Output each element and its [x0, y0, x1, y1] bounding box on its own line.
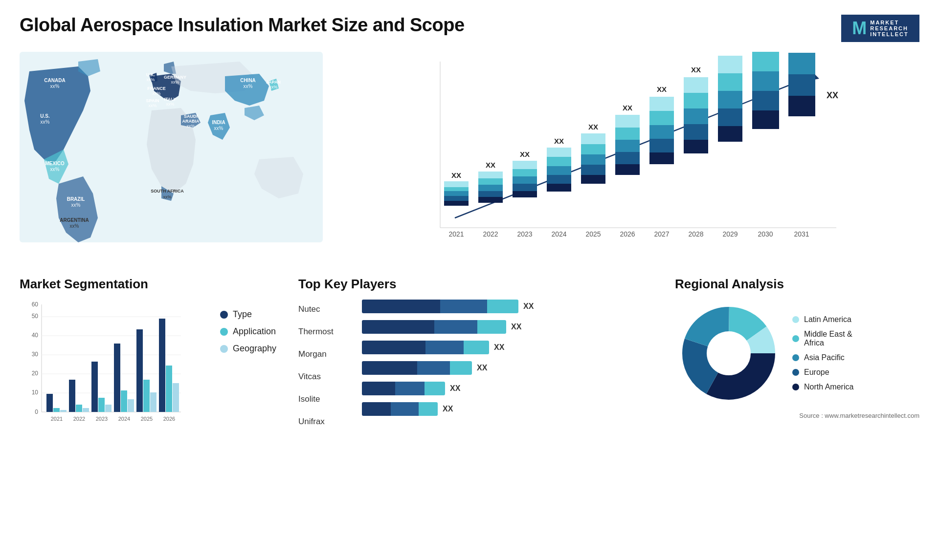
svg-rect-18 [513, 184, 537, 191]
svg-rect-62 [718, 73, 742, 91]
svg-rect-100 [105, 405, 112, 412]
bar-2024: XX 2024 [547, 137, 571, 238]
legend-dot-ap [792, 354, 799, 361]
svg-rect-7 [444, 181, 469, 187]
svg-rect-24 [547, 184, 571, 192]
legend-label-na: North America [804, 383, 853, 391]
map-label-uk: U.K. [146, 72, 155, 77]
logo-line2: RESEARCH [870, 25, 909, 31]
svg-text:2031: 2031 [794, 230, 809, 238]
player-row-unifrax: XX [362, 402, 660, 416]
regional-content: Latin America Middle East &Africa Asia P… [675, 300, 919, 407]
legend-dot-type [220, 311, 228, 319]
bar-2031: 2031 XX [788, 53, 838, 238]
player-val-vitcas: XX [477, 364, 492, 372]
svg-rect-61 [718, 91, 742, 108]
legend-dot-application [220, 328, 228, 336]
svg-rect-34 [581, 144, 605, 154]
map-val-japan: xx% [269, 85, 277, 89]
donut-svg [675, 300, 782, 407]
players-grid: Nutec Thermost Morgan Vitcas Isolite Uni… [298, 300, 660, 430]
player-nutec: Nutec [298, 302, 347, 317]
svg-rect-90 [46, 394, 53, 412]
player-row-isolite: XX [362, 382, 660, 395]
svg-rect-25 [547, 175, 571, 184]
map-label-france: FRANCE [147, 86, 166, 91]
bar-2022: XX 2022 [478, 161, 503, 238]
legend-la: Latin America [792, 315, 853, 324]
svg-text:XX: XX [520, 150, 530, 158]
svg-rect-69 [752, 52, 779, 71]
svg-rect-91 [53, 408, 60, 412]
map-label-canada: CANADA [44, 78, 65, 83]
map-val-india: xx% [214, 126, 224, 131]
svg-rect-59 [718, 126, 742, 142]
map-val-germany: xx% [171, 80, 179, 85]
svg-rect-32 [581, 165, 605, 175]
player-morgan: Morgan [298, 346, 347, 362]
svg-rect-94 [69, 380, 75, 412]
svg-rect-14 [478, 172, 503, 178]
svg-rect-102 [114, 344, 120, 412]
bar-2026: XX 2026 [615, 104, 640, 238]
bar-2023: XX 2023 [513, 150, 537, 238]
svg-rect-99 [98, 398, 105, 412]
legend-label-application: Application [233, 326, 276, 337]
bar-chart-section: XX 2021 XX 2022 XX 2023 [333, 52, 919, 262]
map-val-safrica: xx% [163, 194, 171, 199]
svg-text:2025: 2025 [585, 230, 601, 238]
legend-label-ap: Asia Pacific [804, 353, 845, 362]
player-vitcas: Vitcas [298, 369, 347, 385]
svg-rect-98 [91, 362, 98, 412]
legend-label-mea: Middle East &Africa [804, 330, 852, 347]
seg-bar-2026: 2026 [159, 319, 179, 422]
svg-text:XX: XX [725, 52, 735, 53]
players-labels: Nutec Thermost Morgan Vitcas Isolite Uni… [298, 300, 347, 430]
map-val-china: xx% [244, 84, 253, 89]
player-bar-thermost [362, 320, 506, 334]
svg-rect-46 [649, 139, 674, 152]
svg-rect-55 [684, 93, 708, 108]
legend-eu: Europe [792, 368, 853, 377]
svg-text:2030: 2030 [758, 230, 773, 238]
svg-rect-47 [649, 125, 674, 139]
logo-line1: MARKET [870, 20, 909, 25]
svg-text:50: 50 [32, 313, 39, 320]
svg-text:XX: XX [451, 171, 461, 179]
legend-dot-la [792, 316, 799, 323]
seg-bar-2022: 2022 [69, 380, 89, 422]
svg-text:XX: XX [623, 104, 632, 112]
svg-text:2025: 2025 [141, 416, 153, 422]
player-row-morgan: XX [362, 341, 660, 354]
svg-text:2029: 2029 [722, 230, 738, 238]
map-val-argentina: xx% [70, 223, 79, 229]
svg-text:2028: 2028 [688, 230, 703, 238]
map-label-germany: GERMANY [164, 75, 186, 80]
player-bar-morgan [362, 341, 489, 354]
map-val-mexico: xx% [50, 167, 60, 172]
map-label-saudi2: ARABIA [182, 119, 200, 124]
regional-title: Regional Analysis [675, 277, 919, 292]
map-label-mexico: MEXICO [45, 161, 65, 166]
svg-rect-108 [150, 392, 156, 412]
svg-text:2022: 2022 [73, 416, 85, 422]
svg-rect-54 [684, 108, 708, 124]
svg-rect-21 [513, 161, 537, 169]
svg-rect-35 [581, 133, 605, 144]
svg-text:XX: XX [554, 137, 564, 145]
player-val-nutec: XX [523, 302, 538, 311]
legend-na: North America [792, 383, 853, 391]
seg-bar-2024: 2024 [114, 344, 134, 422]
logo-box: M MARKET RESEARCH INTELLECT [841, 15, 919, 42]
legend-application: Application [220, 326, 284, 337]
segmentation-title: Market Segmentation [20, 277, 284, 292]
svg-rect-104 [128, 399, 134, 412]
logo-line3: INTELLECT [870, 31, 909, 37]
svg-text:40: 40 [32, 332, 39, 339]
svg-text:0: 0 [35, 409, 38, 415]
svg-rect-52 [684, 140, 708, 153]
svg-text:XX: XX [657, 85, 667, 93]
svg-rect-10 [478, 197, 503, 203]
svg-rect-72 [788, 74, 815, 96]
bottom-grid: Market Segmentation 0 10 20 [20, 272, 919, 443]
